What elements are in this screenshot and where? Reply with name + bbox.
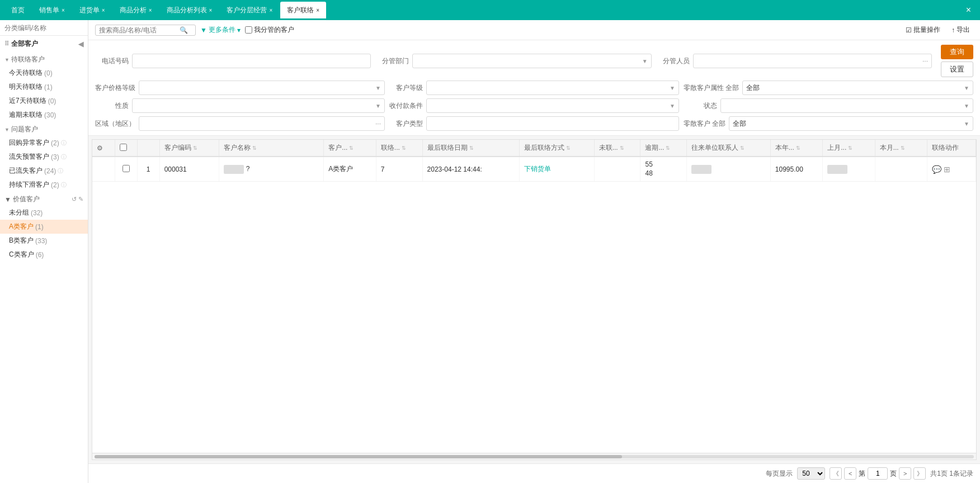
collapse-icon[interactable]: ◀ bbox=[78, 40, 83, 48]
my-customers-checkbox[interactable]: 我分管的客户 bbox=[245, 25, 294, 35]
close-icon[interactable]: × bbox=[269, 7, 272, 13]
sidebar-group-problem[interactable]: ▼ 问题客户 bbox=[0, 122, 88, 136]
settings-button[interactable]: 设置 bbox=[941, 61, 973, 77]
scatter-attr-value: 全部 bbox=[746, 83, 760, 93]
customer-type-input[interactable] bbox=[426, 116, 679, 131]
th-code[interactable]: 客户编码 ⇅ bbox=[159, 140, 219, 157]
payment-label: 收付款条件 bbox=[389, 101, 423, 111]
sidebar-item-b-class[interactable]: B类客户 (33) bbox=[0, 234, 88, 248]
th-thismonth[interactable]: 本月... ⇅ bbox=[875, 140, 927, 157]
qr-icon[interactable]: ⊞ bbox=[944, 165, 950, 174]
filter-phone: 电话号码 bbox=[95, 54, 371, 68]
info-icon[interactable]: ⓘ bbox=[61, 181, 67, 189]
th-lastmonth[interactable]: 上月... ⇅ bbox=[823, 140, 875, 157]
select-all-checkbox[interactable] bbox=[120, 144, 127, 151]
sidebar-item-c-class[interactable]: C类客户 (6) bbox=[0, 248, 88, 262]
filter-search-input[interactable] bbox=[99, 26, 177, 34]
th-contact[interactable]: 联络... ⇅ bbox=[376, 140, 422, 157]
nav-tab-customer-segment[interactable]: 客户分层经营 × bbox=[220, 2, 279, 18]
th-method[interactable]: 最后联络方式 ⇅ bbox=[520, 140, 595, 157]
nav-tab-customer-contact[interactable]: 客户联络 × bbox=[280, 2, 326, 18]
c-class-count: (6) bbox=[36, 251, 44, 259]
search-icon[interactable]: 🔍 bbox=[180, 26, 188, 34]
sidebar-group-value[interactable]: ▼ 价值客户 ↺ ✎ bbox=[0, 192, 88, 206]
last-page-button[interactable]: 》 bbox=[913, 467, 926, 480]
info-icon[interactable]: ⓘ bbox=[61, 153, 67, 161]
close-icon[interactable]: × bbox=[316, 7, 319, 13]
status-select[interactable]: ▼ bbox=[720, 98, 973, 113]
row-checkbox[interactable] bbox=[123, 165, 130, 172]
refresh-icon[interactable]: ↺ bbox=[72, 196, 77, 203]
phone-input[interactable] bbox=[132, 54, 371, 68]
sidebar-item-7days[interactable]: 近7天待联络 (0) bbox=[0, 94, 88, 108]
my-customers-check[interactable] bbox=[245, 26, 252, 34]
close-icon[interactable]: × bbox=[62, 7, 65, 13]
close-icon[interactable]: × bbox=[102, 7, 105, 13]
export-button[interactable]: ↑ 导出 bbox=[948, 23, 973, 36]
page-size-select[interactable]: 50 20 100 bbox=[797, 467, 825, 480]
region-input[interactable]: ··· bbox=[139, 116, 385, 131]
message-icon[interactable]: 💬 bbox=[932, 165, 941, 174]
th-unlinkdays[interactable]: 未联... ⇅ bbox=[594, 140, 640, 157]
advanced-filter: 电话号码 分管部门 ▼ 分管人员 ··· bbox=[88, 40, 980, 136]
sidebar-item-a-class[interactable]: A类客户 (1) bbox=[0, 220, 88, 234]
scatter-attr-select[interactable]: 全部 ▼ bbox=[742, 80, 973, 95]
first-page-button[interactable]: 《 bbox=[830, 467, 842, 480]
manager-input[interactable]: ··· bbox=[693, 54, 932, 68]
sidebar-item-ungroup[interactable]: 未分组 (32) bbox=[0, 206, 88, 220]
info-icon[interactable]: ⓘ bbox=[58, 167, 63, 175]
price-level-select[interactable]: ▼ bbox=[139, 80, 385, 95]
close-all-button[interactable]: × bbox=[962, 3, 976, 17]
batch-ops-button[interactable]: ☑ 批量操作 bbox=[902, 23, 944, 36]
sidebar-item-tomorrow[interactable]: 明天待联络 (1) bbox=[0, 80, 88, 94]
today-count: (0) bbox=[44, 69, 53, 77]
sidebar-item-churned[interactable]: 已流失客户 (24) ⓘ bbox=[0, 164, 88, 178]
nav-tab-purchase[interactable]: 进货单 × bbox=[73, 2, 112, 18]
td-checkbox[interactable] bbox=[115, 157, 137, 182]
th-name[interactable]: 客户名称 ⇅ bbox=[219, 140, 324, 157]
payment-select[interactable]: ▼ bbox=[426, 98, 679, 113]
sidebar-search-input[interactable] bbox=[4, 24, 88, 32]
filter-row-4: 区域（地区） ··· 客户类型 零散客户 全部 全部 ▼ bbox=[95, 116, 973, 131]
edit-icon[interactable]: ✎ bbox=[78, 196, 83, 203]
scroll-thumb[interactable] bbox=[95, 455, 622, 458]
th-year[interactable]: 本年... ⇅ bbox=[770, 140, 822, 157]
more-filters-button[interactable]: ▼ 更多条件 ▾ bbox=[200, 25, 241, 35]
th-overdue[interactable]: 逾期... ⇅ bbox=[640, 140, 687, 157]
query-button[interactable]: 查询 bbox=[941, 45, 973, 59]
nature-select[interactable]: ▼ bbox=[132, 98, 385, 113]
sidebar-item-declining[interactable]: 持续下滑客户 (2) ⓘ bbox=[0, 178, 88, 192]
customer-level-select[interactable]: ▼ bbox=[426, 80, 679, 95]
sidebar-item-overdue[interactable]: 逾期未联络 (30) bbox=[0, 108, 88, 122]
dept-select[interactable]: ▼ bbox=[412, 54, 651, 68]
next-page-button[interactable]: > bbox=[899, 467, 911, 480]
table-scroll[interactable]: ⚙ 客户编码 ⇅ bbox=[92, 140, 976, 453]
th-checkbox[interactable] bbox=[115, 140, 137, 157]
scatter-customer-select[interactable]: 全部 ▼ bbox=[729, 116, 973, 131]
export-label: 导出 bbox=[957, 25, 970, 35]
info-icon[interactable]: ⓘ bbox=[61, 139, 67, 147]
close-icon[interactable]: × bbox=[209, 7, 213, 13]
th-date[interactable]: 最后联络日期 ⇅ bbox=[422, 140, 520, 157]
nav-tab-sales[interactable]: 销售单 × bbox=[32, 2, 72, 18]
nav-tab-analysis[interactable]: 商品分析 × bbox=[113, 2, 159, 18]
action-icons: 💬 ⊞ bbox=[932, 165, 971, 174]
sidebar-item-repurchase[interactable]: 回购异常客户 (2) ⓘ bbox=[0, 136, 88, 150]
close-icon[interactable]: × bbox=[149, 7, 152, 13]
horizontal-scrollbar[interactable] bbox=[92, 453, 976, 460]
page-number-input[interactable] bbox=[868, 467, 888, 480]
sidebar-group-pending[interactable]: ▼ 待联络客户 bbox=[0, 52, 88, 66]
th-coworker[interactable]: 往来单位联系人 ⇅ bbox=[687, 140, 771, 157]
settings-icon[interactable]: ⚙ bbox=[97, 144, 103, 152]
prev-page-button[interactable]: < bbox=[844, 467, 856, 480]
page-total: 共1页 1条记录 bbox=[930, 469, 973, 479]
nav-tab-analysis-list[interactable]: 商品分析列表 × bbox=[160, 2, 219, 18]
th-type[interactable]: 客户... ⇅ bbox=[324, 140, 376, 157]
sidebar-all-customers[interactable]: ⠿ 全部客户 ◀ bbox=[0, 36, 88, 52]
last-method-link[interactable]: 下销货单 bbox=[524, 165, 551, 173]
th-settings[interactable]: ⚙ bbox=[92, 140, 115, 157]
nav-home[interactable]: 首页 bbox=[4, 2, 31, 18]
sidebar-item-today[interactable]: 今天待联络 (0) bbox=[0, 66, 88, 80]
sidebar-item-churn-warning[interactable]: 流失预警客户 (3) ⓘ bbox=[0, 150, 88, 164]
td-method[interactable]: 下销货单 bbox=[520, 157, 595, 182]
